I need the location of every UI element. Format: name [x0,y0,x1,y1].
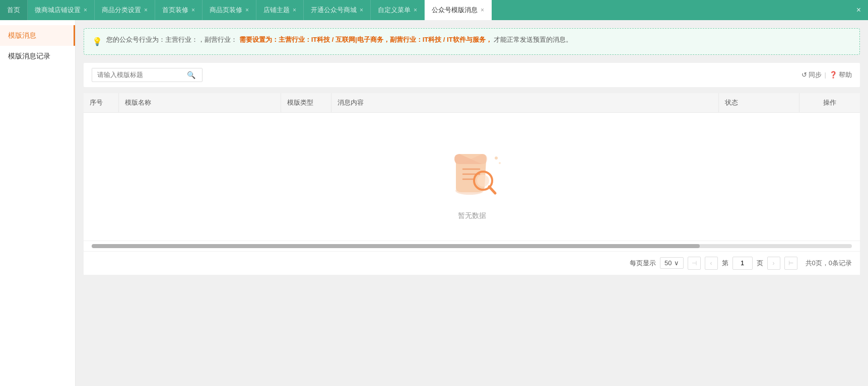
tab-label-weshop: 微商城店铺设置 [35,6,81,15]
tab-close-theme[interactable]: × [293,7,296,13]
help-button[interactable]: ❓ 帮助 [829,70,852,80]
sidebar-item-template-msg[interactable]: 模版消息 [0,25,75,46]
prev-page-button[interactable]: ‹ [705,257,718,270]
th-name: 模版名称 [119,93,281,112]
search-row: 🔍 ↺ 同步 | ❓ 帮助 [84,63,860,87]
empty-state: 暂无数据 [84,113,860,241]
th-seq: 序号 [84,93,119,112]
svg-line-6 [489,187,495,193]
page-number-input[interactable] [732,257,753,270]
chevron-down-icon: ∨ [674,259,679,267]
tab-label-home: 首页 [7,6,20,15]
tab-item-homepage[interactable]: 首页装修× [155,0,203,20]
tab-label-homepage: 首页装修 [162,6,188,15]
scroll-track[interactable] [92,244,852,248]
page-unit: 页 [757,259,763,268]
notice-highlight: 需要设置为：主营行业：IT科技 / 互联网|电子商务，副营行业：IT科技 / I… [239,36,492,43]
next-page-button[interactable]: › [767,257,780,270]
svg-point-8 [499,162,501,164]
sync-icon: ↺ [802,71,807,79]
tab-item-openmp[interactable]: 开通公众号商城× [304,0,371,20]
notice-prefix: 您的公众号行业为：主营行业：，副营行业： [106,36,237,43]
global-close-button[interactable]: × [849,6,868,15]
help-label: 帮助 [839,70,852,80]
tab-label-custommenu: 自定义菜单 [378,6,411,15]
divider: | [825,71,826,79]
bulb-icon: 💡 [92,35,102,48]
scroll-bar-row [84,241,860,251]
tab-close-homepage[interactable]: × [191,7,195,13]
tab-item-template[interactable]: 公众号模版消息× [425,0,492,20]
tab-label-product: 商品页装修 [210,6,242,15]
tab-item-product[interactable]: 商品页装修× [203,0,256,20]
tab-bar: 首页微商城店铺设置×商品分类设置×首页装修×商品页装修×店铺主题×开通公众号商城… [0,0,868,20]
tab-close-category[interactable]: × [144,7,148,13]
table-header: 序号 模版名称 模版类型 消息内容 状态 操作 [84,93,860,113]
th-status: 状态 [719,93,799,112]
pagination-row: 每页显示 50 ∨ ⊣ ‹ 第 页 › ⊢ 共0页，0条记录 [84,251,860,275]
first-page-button[interactable]: ⊣ [688,257,701,270]
tab-close-custommenu[interactable]: × [414,7,417,13]
page-size-select[interactable]: 50 ∨ [660,257,683,269]
search-button[interactable]: 🔍 [183,68,199,82]
svg-point-5 [477,175,489,187]
search-input-wrap: 🔍 [92,68,203,82]
main-layout: 模版消息模版消息记录 💡 您的公众号行业为：主营行业：，副营行业： 需要设置为：… [0,20,868,386]
th-content: 消息内容 [331,93,719,112]
page-size-value: 50 [664,259,672,267]
tab-label-theme: 店铺主题 [263,6,290,15]
tab-label-category: 商品分类设置 [102,6,141,15]
tab-item-custommenu[interactable]: 自定义菜单× [371,0,425,20]
tab-label-template: 公众号模版消息 [432,6,478,15]
tab-close-openmp[interactable]: × [360,7,363,13]
svg-point-7 [495,157,498,160]
last-page-button[interactable]: ⊢ [784,257,797,270]
th-type: 模版类型 [281,93,331,112]
tab-close-product[interactable]: × [245,7,249,13]
total-text: 共0页，0条记录 [806,259,852,268]
sync-button[interactable]: ↺ 同步 [802,70,822,80]
notice-suffix: 才能正常发送预置的消息。 [494,36,572,43]
page-size-label: 每页显示 [630,259,656,268]
empty-text: 暂无数据 [458,211,486,220]
notice-text: 您的公众号行业为：主营行业：，副营行业： 需要设置为：主营行业：IT科技 / 互… [106,35,572,45]
table-wrap: 序号 模版名称 模版类型 消息内容 状态 操作 [84,93,860,251]
scroll-thumb [92,244,700,248]
tab-item-home[interactable]: 首页 [0,0,28,20]
tab-label-openmp: 开通公众号商城 [311,6,357,15]
page-label: 第 [722,259,728,268]
empty-illustration [442,143,502,203]
sidebar: 模版消息模版消息记录 [0,20,76,386]
tab-item-theme[interactable]: 店铺主题× [256,0,304,20]
notice-bar: 💡 您的公众号行业为：主营行业：，副营行业： 需要设置为：主营行业：IT科技 /… [84,28,860,55]
tab-item-category[interactable]: 商品分类设置× [95,0,155,20]
search-input[interactable] [92,68,183,81]
content-area: 💡 您的公众号行业为：主营行业：，副营行业： 需要设置为：主营行业：IT科技 /… [76,20,868,386]
tab-close-weshop[interactable]: × [84,7,87,13]
search-actions: ↺ 同步 | ❓ 帮助 [802,70,852,80]
sync-label: 同步 [809,70,822,80]
tab-close-template[interactable]: × [481,7,484,13]
sidebar-item-template-record[interactable]: 模版消息记录 [0,46,75,66]
help-icon: ❓ [829,71,837,79]
th-action: 操作 [799,93,860,112]
tab-item-weshop[interactable]: 微商城店铺设置× [28,0,95,20]
